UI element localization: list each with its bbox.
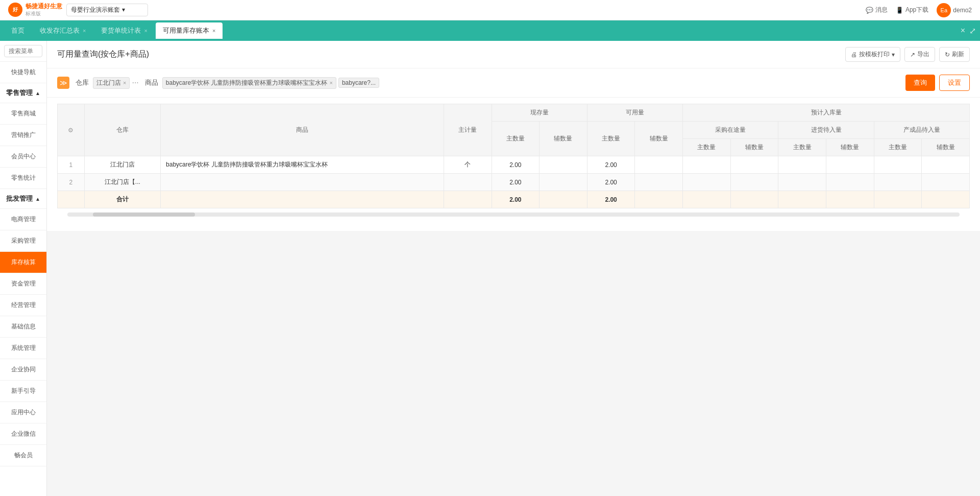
row-2-available-aux	[635, 174, 683, 191]
close-window-icon[interactable]: ×	[961, 26, 965, 35]
tab-available-inventory[interactable]: 可用量库存账本 ×	[156, 22, 223, 39]
warehouse-filter-tags: 江北门店 × ···	[93, 77, 139, 89]
sidebar-item-ecommerce[interactable]: 电商管理	[0, 209, 46, 230]
tab-receive-summary-label: 收发存汇总表	[40, 26, 80, 35]
filter-toggle-button[interactable]: ≫	[57, 77, 69, 89]
settings-button[interactable]: 设置	[939, 75, 970, 91]
sidebar-item-enterprise-wechat[interactable]: 企业微信	[0, 423, 46, 445]
tab-order-stats[interactable]: 要货单统计表 ×	[94, 22, 154, 39]
sidebar-item-inventory-check[interactable]: 库存核算	[0, 252, 46, 273]
sidebar-item-vip-member[interactable]: 畅会员	[0, 445, 46, 466]
row-2-finished-aux	[922, 174, 970, 191]
finance-mgmt-label: 资金管理	[11, 280, 36, 287]
sidebar-item-basic-info[interactable]: 基础信息	[0, 316, 46, 338]
content-area: 可用量查询(按仓库+商品) 🖨 按模板打印 ▾ ↗ 导出 ↻ 刷新	[47, 41, 980, 496]
avatar: Ea	[937, 3, 951, 17]
new-guide-label: 新手引导	[11, 387, 36, 394]
product-tag-text-1: babycare?...	[342, 79, 376, 86]
row-2-available-main: 2.00	[587, 174, 635, 191]
row-1-product: babycare学饮杯 儿童防摔防撞吸管杯重力球吸嘴杯宝宝水杯	[161, 156, 444, 174]
logo-icon: 好	[8, 3, 22, 17]
sidebar-item-purchase-mgmt[interactable]: 采购管理	[0, 230, 46, 252]
footer-available-aux	[635, 191, 683, 208]
table-scrollbar-thumb[interactable]	[93, 212, 195, 217]
sidebar-item-quick-nav[interactable]: 快捷导航	[0, 62, 46, 83]
sidebar-item-retail-mgmt[interactable]: 零售管理 ▲	[0, 83, 46, 103]
export-button[interactable]: ↗ 导出	[904, 47, 935, 62]
th-settings[interactable]: ⚙	[58, 104, 85, 156]
footer-stock-aux	[540, 191, 587, 208]
print-dropdown-icon: ▾	[892, 51, 895, 58]
row-1-purchase-transit-main	[683, 156, 731, 174]
table-scrollbar[interactable]	[67, 212, 960, 217]
warehouse-filter-more[interactable]: ···	[132, 78, 138, 87]
th-current-stock: 现存量	[492, 104, 587, 122]
row-2-incoming-main	[778, 174, 826, 191]
tab-available-inventory-close[interactable]: ×	[212, 28, 215, 34]
row-1-available-aux	[635, 156, 683, 174]
product-tag-0: babycare学饮杯 儿童防摔防撞吸管杯重力球吸嘴杯宝宝水杯 ×	[162, 77, 336, 89]
restore-window-icon[interactable]: ⤢	[969, 26, 976, 36]
row-2-unit	[444, 174, 492, 191]
sidebar-item-search[interactable]	[0, 41, 46, 62]
purchase-mgmt-label: 采购管理	[11, 237, 36, 244]
enterprise-wechat-label: 企业微信	[11, 430, 36, 437]
print-button[interactable]: 🖨 按模板打印 ▾	[845, 47, 900, 62]
wholesale-mgmt-arrow: ▲	[35, 196, 40, 202]
vip-member-label: 畅会员	[14, 452, 33, 459]
message-button[interactable]: 💬 消息	[866, 6, 888, 14]
sidebar-item-member-center[interactable]: 会员中心	[0, 146, 46, 168]
refresh-label: 刷新	[952, 50, 964, 59]
industry-selector[interactable]: 母婴行业演示账套 ▾	[66, 4, 148, 16]
wholesale-mgmt-label: 批发管理	[6, 194, 33, 203]
footer-finished-aux	[922, 191, 970, 208]
sidebar-item-app-center[interactable]: 应用中心	[0, 402, 46, 423]
query-button[interactable]: 查询	[905, 75, 935, 91]
logo-area: 好 畅捷通好生意 标准版	[8, 3, 62, 17]
table-settings-icon[interactable]: ⚙	[68, 127, 74, 134]
sidebar-item-enterprise-collab[interactable]: 企业协同	[0, 359, 46, 381]
warehouse-tag-0: 江北门店 ×	[93, 77, 130, 89]
row-2-stock-main: 2.00	[492, 174, 540, 191]
logo-sub: 标准版	[26, 10, 62, 17]
enterprise-collab-label: 企业协同	[11, 366, 36, 373]
th-purchase-transit: 采购在途量	[683, 122, 778, 139]
sidebar-item-wholesale-mgmt[interactable]: 批发管理 ▲	[0, 189, 46, 209]
tab-receive-summary-close[interactable]: ×	[83, 28, 86, 34]
refresh-button[interactable]: ↻ 刷新	[939, 47, 970, 62]
product-tag-close-0[interactable]: ×	[329, 80, 332, 86]
row-2-product	[161, 174, 444, 191]
product-filter-group: 商品 babycare学饮杯 儿童防摔防撞吸管杯重力球吸嘴杯宝宝水杯 × bab…	[145, 77, 379, 89]
tab-receive-summary[interactable]: 收发存汇总表 ×	[33, 22, 93, 39]
page-title: 可用量查询(按仓库+商品)	[57, 49, 149, 60]
warehouse-tag-close[interactable]: ×	[123, 80, 126, 86]
sidebar-item-operations-mgmt[interactable]: 经营管理	[0, 295, 46, 316]
basic-info-label: 基础信息	[11, 323, 36, 330]
footer-empty-3	[444, 191, 492, 208]
footer-incoming-aux	[826, 191, 874, 208]
export-label: 导出	[917, 50, 929, 59]
tab-bar-right: × ⤢	[961, 26, 976, 36]
app-download-button[interactable]: 📱 App下载	[896, 6, 928, 14]
retail-mall-label: 零售商城	[11, 110, 36, 117]
sidebar-item-finance-mgmt[interactable]: 资金管理	[0, 273, 46, 295]
sidebar-item-marketing[interactable]: 营销推广	[0, 125, 46, 146]
sidebar-item-retail-mall[interactable]: 零售商城	[0, 103, 46, 125]
tab-order-stats-close[interactable]: ×	[144, 28, 147, 34]
filter-area: ≫ 仓库 江北门店 × ··· 商品 babycare	[47, 68, 980, 98]
sidebar-item-system-mgmt[interactable]: 系统管理	[0, 338, 46, 359]
tab-available-inventory-label: 可用量库存账本	[163, 26, 209, 35]
tab-home-label: 首页	[11, 26, 24, 35]
user-profile[interactable]: Ea demo2	[937, 3, 972, 17]
th-available-main-qty: 主数量	[587, 122, 635, 156]
page-header: 可用量查询(按仓库+商品) 🖨 按模板打印 ▾ ↗ 导出 ↻ 刷新	[47, 41, 980, 68]
row-2-purchase-transit-main	[683, 174, 731, 191]
industry-label: 母婴行业演示账套	[71, 6, 120, 14]
sidebar-item-retail-stats[interactable]: 零售统计	[0, 168, 46, 189]
row-2-purchase-transit-aux	[730, 174, 778, 191]
tab-home[interactable]: 首页	[4, 22, 32, 39]
footer-available-main: 2.00	[587, 191, 635, 208]
search-menu-input[interactable]	[4, 45, 42, 57]
row-2-finished-main	[874, 174, 922, 191]
sidebar-item-new-guide[interactable]: 新手引导	[0, 381, 46, 402]
